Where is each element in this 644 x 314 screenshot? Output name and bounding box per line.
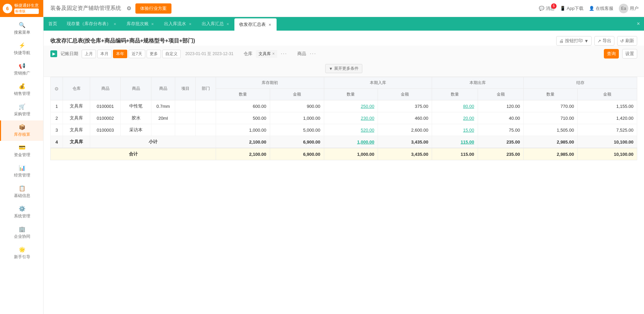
sidebar-item-purchase[interactable]: 🛒 采购管理 — [0, 100, 43, 120]
cell-dept — [196, 112, 216, 124]
th-warehouse: 仓库 — [63, 77, 90, 100]
app-name: 畅捷通好生意 — [14, 3, 39, 9]
app-logo: 6 畅捷通好生意 标准版 — [0, 0, 43, 17]
in-qty-link[interactable]: 230.00 — [361, 116, 374, 121]
date-btn-this-year[interactable]: 本年 — [113, 50, 127, 58]
user-avatar[interactable]: Ea 用户 — [619, 4, 639, 13]
cell-in-qty[interactable]: 520.00 — [324, 124, 378, 136]
sidebar-item-label: 搜索菜单 — [14, 30, 30, 35]
cell-open-qty: 600.00 — [216, 100, 270, 112]
cell-out-qty[interactable]: 20.00 — [432, 112, 478, 124]
sidebar-item-operations[interactable]: 📊 经营管理 — [0, 161, 43, 182]
warehouse-tag-close[interactable]: × — [272, 51, 275, 56]
settings-button[interactable]: 设置 — [622, 49, 637, 59]
search-icon: 🔍 — [19, 22, 26, 28]
out-qty-link[interactable]: 15.00 — [463, 128, 474, 133]
cell-warehouse: 文具库 — [63, 124, 90, 136]
messages-btn[interactable]: 💬 消息 6 — [539, 5, 555, 12]
table-settings-gear[interactable]: ⚙ — [54, 86, 59, 92]
subtotal-warehouse: 文具库 — [63, 136, 90, 148]
tab-label: 现存量（库存分布表） — [67, 21, 111, 27]
in-qty-link[interactable]: 250.00 — [361, 104, 374, 109]
cell-warehouse: 文具库 — [63, 112, 90, 124]
goods-ellipsis[interactable]: ··· — [310, 51, 316, 57]
tab-close-icon[interactable]: × — [188, 21, 192, 27]
out-qty-link[interactable]: 80.00 — [463, 104, 474, 109]
tab-label: 出入库流水 — [164, 21, 186, 27]
cell-open-amt: 900.00 — [270, 100, 324, 112]
sidebar-item-enterprise[interactable]: 🏢 企业协同 — [0, 222, 43, 243]
subtotal-open-qty: 2,100.00 — [216, 136, 270, 148]
sidebar-item-finance[interactable]: 💳 资金管理 — [0, 141, 43, 161]
cell-in-qty[interactable]: 250.00 — [324, 100, 378, 112]
cell-out-qty[interactable]: 80.00 — [432, 100, 478, 112]
cell-no: 1 — [51, 100, 63, 112]
sales-icon: 💰 — [19, 83, 26, 89]
date-filter-buttons: 上月 本月 本年 近7天 更多 自定义 — [82, 50, 181, 58]
cell-in-amt: 460.00 — [378, 112, 432, 124]
cell-name: 胶水 — [121, 112, 151, 124]
query-button[interactable]: 查询 — [604, 49, 619, 59]
cell-out-amt: 40.00 — [478, 112, 524, 124]
date-btn-custom[interactable]: 自定义 — [162, 50, 181, 58]
th-in-stock: 本期入库 — [324, 77, 432, 89]
table-row: 3 文具库 0100003 采访本 1,000.00 5,000.00 520.… — [51, 124, 637, 136]
out-qty-link[interactable]: 20.00 — [463, 116, 474, 121]
subtotal-row: 4 文具库 小计 2,100.00 6,900.00 1,000.00 3,43… — [51, 136, 637, 148]
refresh-button[interactable]: ↺ 刷新 — [617, 36, 637, 46]
subtotal-no: 4 — [51, 136, 63, 148]
trial-button[interactable]: 体验行业方案 — [135, 3, 171, 14]
tab-close-icon[interactable]: × — [268, 21, 272, 28]
chevron-down-icon: ▼ — [584, 38, 589, 44]
cell-open-amt: 5,000.00 — [270, 124, 324, 136]
table-row: 2 文具库 0100002 胶水 20ml 500.00 1,000.00 23… — [51, 112, 637, 124]
date-btn-more[interactable]: 更多 — [147, 50, 161, 58]
date-btn-this-month[interactable]: 本月 — [97, 50, 112, 58]
settings-icon[interactable]: ⚙ — [125, 4, 133, 13]
export-icon: ↗ — [597, 38, 601, 44]
th-project: 项目 — [175, 77, 196, 100]
cell-open-qty: 500.00 — [216, 112, 270, 124]
total-end-amt: 10,100.00 — [578, 148, 637, 160]
th-open-stock: 库存期初 — [216, 77, 324, 89]
sidebar-item-search[interactable]: 🔍 搜索菜单 — [0, 18, 43, 39]
tab-receive-summary[interactable]: 收发存汇总表 × — [234, 18, 277, 31]
sidebar-item-label: 经营管理 — [14, 172, 30, 178]
tab-close-icon[interactable]: × — [113, 21, 117, 27]
tab-inout-flow[interactable]: 出入库流水 × — [159, 17, 197, 31]
sidebar-item-sales[interactable]: 💰 销售管理 — [0, 80, 43, 100]
cell-dept — [196, 124, 216, 136]
tab-batch[interactable]: 库存批次账 × — [122, 17, 160, 31]
cell-in-qty[interactable]: 230.00 — [324, 112, 378, 124]
export-button[interactable]: ↗ 导出 — [594, 36, 614, 46]
sidebar-item-basic-info[interactable]: 📋 基础信息 — [0, 182, 43, 202]
sidebar-item-system[interactable]: ⚙️ 系统管理 — [0, 202, 43, 222]
tab-inventory-dist[interactable]: 现存量（库存分布表） × — [62, 17, 122, 31]
sidebar-item-quick-nav[interactable]: ⚡ 快捷导航 — [0, 39, 43, 59]
cell-end-qty: 710.00 — [524, 112, 578, 124]
expand-conditions-button[interactable]: ▼ 展开更多条件 — [325, 64, 363, 73]
subtotal-open-amt: 6,900.00 — [270, 136, 324, 148]
total-out-qty: 115.00 — [432, 148, 478, 160]
subtotal-in-qty: 1,000.00 — [324, 136, 378, 148]
in-qty-link[interactable]: 520.00 — [361, 128, 374, 133]
print-button[interactable]: 🖨 按钮打印 ▼ — [556, 36, 592, 46]
date-btn-last-month[interactable]: 上月 — [82, 50, 96, 58]
date-btn-7days[interactable]: 近7天 — [129, 50, 145, 58]
th-settings: ⚙ — [51, 77, 63, 100]
subtotal-end-qty: 2,985.00 — [524, 136, 578, 148]
tab-home[interactable]: 首页 — [44, 17, 62, 31]
cell-out-qty[interactable]: 15.00 — [432, 124, 478, 136]
sidebar-item-guide[interactable]: 🌟 新手引导 — [0, 243, 43, 263]
sidebar-item-inventory[interactable]: 📦 库存核算 — [0, 120, 43, 141]
warehouse-ellipsis[interactable]: ··· — [281, 51, 287, 57]
app-download-btn[interactable]: 📱 App下载 — [560, 5, 583, 12]
tab-inout-summary[interactable]: 出入库汇总 × — [197, 17, 235, 31]
global-close-btn[interactable]: × — [633, 21, 644, 27]
collapse-arrow[interactable]: ▶ — [50, 50, 57, 57]
tab-close-icon[interactable]: × — [151, 21, 155, 27]
cell-code: 0100003 — [90, 124, 121, 136]
tab-close-icon[interactable]: × — [226, 21, 230, 27]
online-service-btn[interactable]: 👤 在线客服 — [589, 5, 613, 12]
sidebar-item-marketing[interactable]: 📢 营销推广 — [0, 59, 43, 80]
